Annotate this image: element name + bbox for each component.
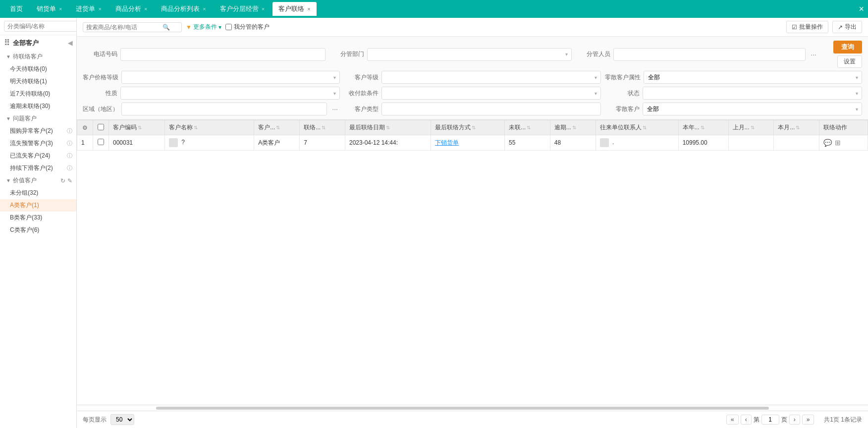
nav-tab-customer-contact[interactable]: 客户联络 × — [272, 2, 316, 16]
horizontal-scrollbar-area — [77, 405, 868, 411]
close-customer-tier-icon[interactable]: × — [262, 6, 265, 12]
filter-field-retail-customer: 零散客户 全部 ▾ — [605, 103, 862, 115]
row-this-year: 10995.00 — [678, 135, 728, 151]
more-conditions-button[interactable]: ▼ 更多条件 ▾ — [186, 23, 221, 31]
sidebar-item-7day-pending[interactable]: 近7天待联络(0) — [0, 88, 76, 100]
nav-tab-product-analysis-label: 商品分析 — [115, 4, 141, 13]
sidebar-item-churn-warning[interactable]: 流失预警客户(3) ⓘ — [0, 137, 76, 150]
top-navigation: 首页 销货单 × 进货单 × 商品分析 × 商品分析列表 × 客户分层经营 × … — [0, 0, 868, 18]
region-input[interactable] — [121, 103, 327, 115]
nav-tab-product-analysis[interactable]: 商品分析 × — [109, 2, 153, 16]
refresh-icon[interactable]: ↻ — [60, 177, 65, 184]
sidebar-item-overdue-contact[interactable]: 逾期未联络(30) — [0, 100, 76, 112]
sidebar-item-today-pending[interactable]: 今天待联络(0) — [0, 63, 76, 75]
sidebar-item-abnormal-stocking[interactable]: 囤购异常客户(2) ⓘ — [0, 125, 76, 137]
filter-row-1: 电话号码 分管部门 ▾ 分管人员 ··· 查询 设置 — [83, 41, 862, 68]
next-page-button[interactable]: › — [789, 415, 800, 425]
customer-name-text: ? — [181, 139, 185, 146]
retail-customer-select[interactable]: 全部 — [643, 103, 862, 115]
item-label: 囤购异常客户(2) — [10, 127, 53, 135]
sidebar-item-ungrouped[interactable]: 未分组(32) — [0, 187, 76, 199]
my-customers-checkbox-area[interactable]: 我分管的客户 — [225, 23, 270, 31]
query-button[interactable]: 查询 — [833, 41, 862, 54]
close-product-analysis-list-icon[interactable]: × — [203, 6, 206, 12]
page-size-select[interactable]: 50 — [110, 414, 134, 425]
horizontal-scrollbar-thumb[interactable] — [156, 407, 769, 410]
nav-tab-sales[interactable]: 销货单 × — [31, 2, 68, 16]
close-all-tabs-button[interactable]: × — [859, 4, 864, 14]
row-overdue: 48 — [550, 135, 596, 151]
row-no: 1 — [77, 135, 93, 151]
person-dots-button[interactable]: ··· — [809, 50, 818, 59]
main-layout: 🔍 ⠿ 全部客户 ◀ ▼ 待联络客户 今天待联络(0) 明天待联络(1) 近7天… — [0, 18, 868, 428]
nav-tab-purchase[interactable]: 进货单 × — [70, 2, 107, 16]
item-label: 今天待联络(0) — [10, 65, 47, 73]
region-dots-button[interactable]: ··· — [330, 104, 340, 114]
first-page-button[interactable]: « — [726, 415, 739, 425]
dept-select[interactable] — [367, 48, 572, 61]
nav-tab-home[interactable]: 首页 — [4, 2, 29, 16]
status-select[interactable] — [643, 87, 862, 100]
batch-ops-button[interactable]: ☑ 批量操作 — [786, 21, 828, 33]
customer-level-select[interactable] — [381, 71, 601, 84]
sidebar-group-value-customers[interactable]: ▼ 价值客户 ↻ ✎ — [0, 174, 76, 187]
phone-input[interactable] — [120, 48, 326, 61]
nature-select[interactable] — [120, 87, 340, 100]
sidebar-item-churned[interactable]: 已流失客户(24) ⓘ — [0, 150, 76, 162]
my-customers-label: 我分管的客户 — [234, 23, 270, 31]
filter-field-dept: 分管部门 ▾ — [329, 48, 572, 61]
sidebar-search-input[interactable] — [4, 21, 77, 32]
col-type: 客户...⇅ — [254, 120, 300, 135]
price-level-select[interactable] — [121, 71, 340, 84]
sidebar-item-class-c[interactable]: C类客户(6) — [0, 224, 76, 236]
sidebar-item-class-b[interactable]: B类客户(33) — [0, 212, 76, 224]
close-sales-icon[interactable]: × — [59, 6, 62, 12]
prev-page-button[interactable]: ‹ — [741, 415, 752, 425]
filter-search-icon[interactable]: 🔍 — [163, 24, 170, 31]
chat-icon[interactable]: 💬 — [823, 139, 832, 147]
filter-search-input[interactable] — [86, 24, 161, 31]
triangle-icon: ▼ — [6, 54, 11, 59]
last-page-button[interactable]: » — [802, 415, 814, 425]
close-product-analysis-icon[interactable]: × — [144, 6, 147, 12]
sidebar-search-area: 🔍 — [0, 18, 76, 35]
row-type: A类客户 — [254, 135, 300, 151]
settings-button[interactable]: 设置 — [837, 55, 862, 68]
select-all-checkbox[interactable] — [98, 124, 104, 130]
nav-tab-customer-tier[interactable]: 客户分层经营 × — [214, 2, 271, 16]
row-last-month — [728, 135, 774, 151]
row-this-month — [774, 135, 819, 151]
nav-tab-product-analysis-list[interactable]: 商品分析列表 × — [155, 2, 212, 16]
query-buttons-col: 查询 设置 — [822, 41, 862, 68]
sidebar-item-class-a[interactable]: A类客户(1) — [0, 199, 76, 212]
close-customer-contact-icon[interactable]: × — [307, 6, 310, 12]
nav-tab-product-analysis-list-label: 商品分析列表 — [161, 4, 200, 13]
all-customers-header[interactable]: ⠿ 全部客户 ◀ — [0, 35, 76, 51]
edit-icon[interactable]: ✎ — [67, 177, 72, 184]
sidebar-group-problem-customers[interactable]: ▼ 问题客户 — [0, 112, 76, 125]
payment-select[interactable] — [381, 87, 601, 100]
col-settings[interactable]: ⚙ — [77, 120, 93, 135]
qr-icon[interactable]: ⊞ — [835, 139, 841, 147]
row-checkbox[interactable] — [98, 139, 104, 145]
customer-type-input[interactable] — [381, 103, 601, 115]
col-last-date: 最后联络日期⇅ — [345, 120, 431, 135]
close-purchase-icon[interactable]: × — [98, 6, 101, 12]
filter-field-retail-attr: 零散客户属性 全部 ▾ — [605, 71, 862, 84]
item-label: 流失预警客户(3) — [10, 139, 53, 148]
row-contact-count: 7 — [300, 135, 345, 151]
person-input[interactable] — [613, 48, 806, 61]
sidebar-item-tomorrow-pending[interactable]: 明天待联络(1) — [0, 75, 76, 88]
item-label: 已流失客户(24) — [10, 152, 50, 160]
sidebar-collapse-icon[interactable]: ◀ — [68, 40, 72, 47]
my-customers-checkbox[interactable] — [225, 24, 232, 30]
customer-table: ⚙ 客户编码⇅ 客户名称⇅ 客户...⇅ 联络...⇅ 最后联络日期⇅ 最后联络… — [77, 120, 868, 151]
export-button[interactable]: ↗ 导出 — [832, 21, 862, 33]
filter-row-3: 性质 ▾ 收付款条件 ▾ 状态 — [83, 87, 862, 100]
last-method-link[interactable]: 下销货单 — [435, 139, 459, 146]
sidebar-group-pending-contact[interactable]: ▼ 待联络客户 — [0, 51, 76, 63]
sidebar-item-declining[interactable]: 持续下滑客户(2) ⓘ — [0, 162, 76, 174]
page-number-input[interactable] — [761, 415, 779, 425]
row-checkbox-cell — [93, 135, 109, 151]
retail-attr-select[interactable]: 全部 — [644, 71, 862, 84]
